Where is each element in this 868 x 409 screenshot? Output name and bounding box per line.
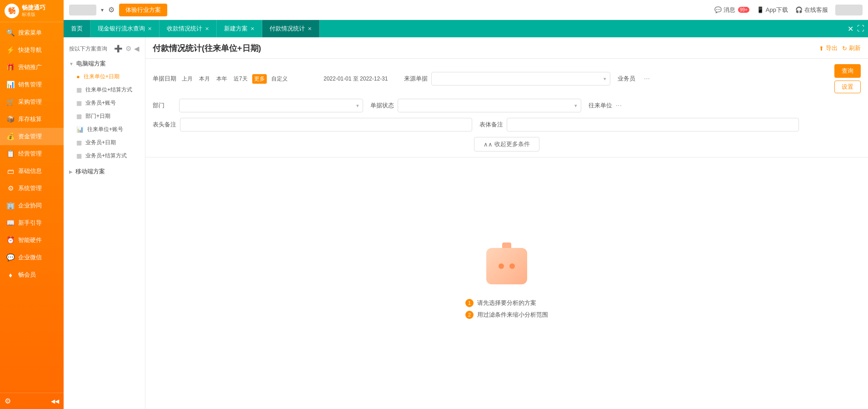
counterpart-dots[interactable]: ··· [616,101,622,110]
sidebar-item-member[interactable]: ♦ 畅会员 [0,266,64,283]
app-label: App下载 [766,6,788,14]
date-this-month[interactable]: 本月 [197,74,212,84]
topbar-dropdown-arrow[interactable]: ▾ [101,7,104,13]
guide-icon: 📖 [6,219,15,227]
collapse-icon: ∧∧ [484,141,493,148]
sidebar-item-sales[interactable]: 📊 销售管理 [0,76,64,93]
hardware-icon: ⏰ [6,236,15,244]
tab-new[interactable]: 新建方案 ✕ [217,20,262,37]
export-btn[interactable]: ⬆ 导出 [819,44,838,52]
sidebar-item-wechat[interactable]: 💬 企业微信 [0,249,64,266]
staff-select-dots[interactable]: ··· [644,75,650,83]
sidebar-item-fund[interactable]: 💰 资金管理 [0,128,64,145]
logo-sub: 标准版 [22,11,45,18]
filter-head-note-label: 表头备注 [153,121,176,129]
sidebar-item-guide[interactable]: 📖 新手引导 [0,214,64,232]
pc-scheme-group: ▼ 电脑端方案 ● 往来单位+日期 ▦ 往来单位+结算方式 ▦ 业务员+账号 [64,57,145,162]
mobile-group-label: 移动端方案 [75,167,105,176]
date-7days[interactable]: 近7天 [232,74,249,84]
sidebar-item-inventory[interactable]: 📦 库存核算 [0,111,64,128]
enterprise-icon: 🏢 [6,202,15,210]
tab-expand-icon[interactable]: ⛶ [857,25,864,33]
date-custom[interactable]: 自定义 [269,74,289,84]
main-area: ▾ ⚙ 体验行业方案 💬 消息 99+ 📱 App下载 🎧 在线客服 首页 [64,0,868,409]
robot-eye-right [509,263,515,269]
settings-bottom-icon[interactable]: ⚙ [5,397,11,405]
scheme-icon-7: ▦ [76,152,82,159]
tab-payment-close[interactable]: ✕ [308,26,312,32]
scheme-item-staff-date[interactable]: ▦ 业务员+日期 [64,136,145,149]
sidebar-item-label: 企业协同 [18,202,42,210]
date-this-year[interactable]: 本年 [215,74,229,84]
tab-new-close[interactable]: ✕ [250,26,254,32]
panel-header: 按以下方案查询 ➕ ⚙ ◀ [64,42,145,57]
logo-text-block: 畅捷通巧 标准版 [22,4,45,18]
settings-scheme-icon[interactable]: ⚙ [125,45,131,53]
scheme-item-unit-settle[interactable]: ▦ 往来单位+结算方式 [64,83,145,96]
filter-row-1: 单据日期 上月 本月 本年 近7天 更多 自定义 2022-01-01 至 20… [153,64,861,93]
refresh-btn[interactable]: ↻ 刷新 [842,44,861,52]
system-icon: ⚙ [6,184,15,192]
date-range-value: 2022-01-01 至 2022-12-31 [324,75,388,83]
tab-cash-close[interactable]: ✕ [148,26,152,32]
sidebar-item-operation[interactable]: 📋 经营管理 [0,145,64,162]
refresh-label: 刷新 [849,44,861,52]
filter-date: 单据日期 上月 本月 本年 近7天 更多 自定义 [153,74,344,84]
pc-group-arrow: ▼ [69,61,74,66]
sidebar-item-label: 快捷导航 [18,46,42,54]
scheme-item-staff-account[interactable]: ▦ 业务员+账号 [64,96,145,110]
refresh-icon: ↻ [842,45,847,52]
head-note-input[interactable] [180,118,472,131]
body-note-input[interactable] [507,118,799,131]
filter-staff: 业务员 ··· [618,75,823,83]
sidebar-item-system[interactable]: ⚙ 系统管理 [0,180,64,197]
sidebar-item-basic[interactable]: 🗃 基础信息 [0,162,64,180]
scheme-item-dept-date[interactable]: ▦ 部门+日期 [64,110,145,123]
tab-payment[interactable]: 付款情况统计 ✕ [262,20,319,37]
date-last-month[interactable]: 上月 [180,74,195,84]
query-btn[interactable]: 查询 [834,64,861,78]
date-more[interactable]: 更多 [252,74,267,84]
add-scheme-icon[interactable]: ➕ [114,45,123,53]
trial-btn[interactable]: 体验行业方案 [119,4,167,16]
filter-actions: 查询 设置 [834,64,861,93]
tab-cash[interactable]: 现金银行流水查询 ✕ [90,20,160,37]
scheme-item-unit-account[interactable]: 📊 往来单位+账号 [64,123,145,136]
scheme-item-unit-date[interactable]: ● 往来单位+日期 [64,70,145,83]
mobile-scheme-group: ▶ 移动端方案 [64,165,145,178]
messages-action[interactable]: 💬 消息 99+ [714,6,749,14]
mobile-group-header[interactable]: ▶ 移动端方案 [64,165,145,178]
scheme-item-staff-settle[interactable]: ▦ 业务员+结算方式 [64,149,145,162]
tab-close-all-icon[interactable]: ✕ [848,25,853,33]
source-select[interactable]: ▾ [431,72,610,86]
pc-group-header[interactable]: ▼ 电脑端方案 [64,57,145,70]
tab-home[interactable]: 首页 [64,20,90,37]
collapse-sidebar-icon[interactable]: ◀◀ [51,398,59,404]
voucher-status-select[interactable]: ▾ [398,99,581,112]
topbar-actions: 💬 消息 99+ 📱 App下载 🎧 在线客服 [714,5,863,15]
sidebar-item-hardware[interactable]: ⏰ 智能硬件 [0,232,64,249]
dept-select[interactable]: ▾ [179,99,363,112]
topbar-gear-icon[interactable]: ⚙ [108,5,115,14]
tab-receive[interactable]: 收款情况统计 ✕ [160,20,217,37]
collapse-btn[interactable]: ∧∧ 收起更多条件 [474,137,539,151]
settings-btn[interactable]: 设置 [834,81,861,93]
sidebar-item-marketing[interactable]: 🎁 营销推广 [0,59,64,76]
sidebar-item-purchase[interactable]: 🛒 采购管理 [0,93,64,111]
export-label: 导出 [826,44,838,52]
tab-cash-label: 现金银行流水查询 [98,25,145,33]
inventory-icon: 📦 [6,115,15,123]
sidebar-item-search[interactable]: 🔍 搜索菜单 [0,24,64,41]
filter-source-label: 来源单据 [404,75,428,83]
app-download-action[interactable]: 📱 App下载 [757,6,788,14]
service-action[interactable]: 🎧 在线客服 [795,6,828,14]
sidebar-item-enterprise[interactable]: 🏢 企业协同 [0,197,64,214]
sidebar-item-quick[interactable]: ⚡ 快捷导航 [0,41,64,59]
sidebar-item-label: 智能硬件 [18,236,42,244]
service-icon: 🎧 [795,6,803,13]
sidebar-item-label: 新手引导 [18,219,42,227]
quick-icon: ⚡ [6,46,15,54]
tab-receive-close[interactable]: ✕ [205,26,209,32]
collapse-panel-icon[interactable]: ◀ [134,45,140,53]
purchase-icon: 🛒 [6,98,15,106]
